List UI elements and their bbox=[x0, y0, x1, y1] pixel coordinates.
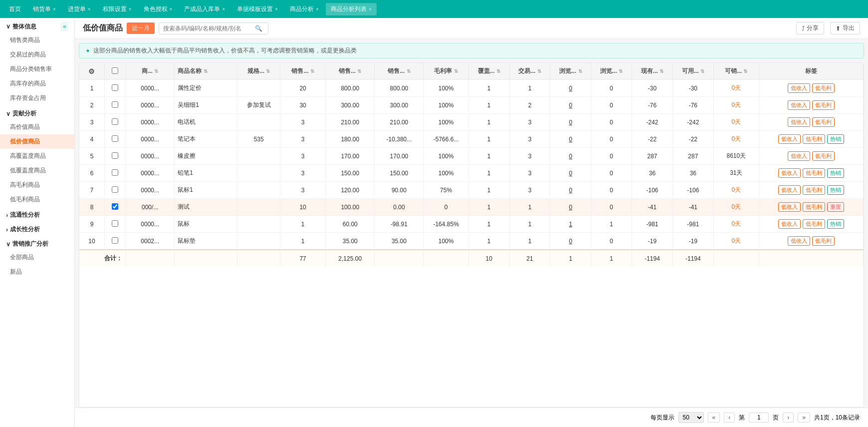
first-page-button[interactable]: « bbox=[708, 413, 720, 423]
search-input[interactable] bbox=[163, 25, 253, 32]
row-checkbox[interactable] bbox=[112, 186, 118, 193]
close-icon[interactable]: × bbox=[222, 6, 225, 12]
row-checkbox[interactable] bbox=[112, 152, 118, 159]
th-sale-amount[interactable]: 销售... ⇅ bbox=[375, 63, 424, 80]
row-checkbox-cell[interactable] bbox=[104, 165, 125, 182]
row-browse1[interactable]: 0 bbox=[550, 114, 591, 131]
close-icon[interactable]: × bbox=[53, 6, 56, 12]
sidebar-item-low-value[interactable]: 低价值商品 bbox=[0, 134, 74, 149]
tag[interactable]: 低收入 bbox=[788, 151, 810, 161]
nav-template[interactable]: 单据模板设置 × bbox=[232, 3, 283, 15]
settings-icon[interactable]: ⚙ bbox=[88, 67, 95, 75]
tag[interactable]: 低收入 bbox=[788, 236, 810, 246]
nav-sales-order[interactable]: 销货单 × bbox=[28, 3, 61, 15]
search-icon[interactable]: 🔍 bbox=[255, 25, 262, 32]
close-icon[interactable]: × bbox=[316, 6, 319, 12]
nav-production[interactable]: 产成品入库单 × bbox=[179, 3, 230, 15]
tag[interactable]: 低毛利 bbox=[803, 219, 825, 229]
sidebar-item-low-margin[interactable]: 低毛利商品 bbox=[0, 192, 74, 207]
sidebar-item-high-inventory[interactable]: 高库存的商品 bbox=[0, 76, 74, 91]
th-sale-price[interactable]: 销售... ⇅ bbox=[326, 63, 375, 80]
row-browse1[interactable]: 0 bbox=[550, 182, 591, 199]
last-page-button[interactable]: » bbox=[798, 413, 810, 423]
sidebar-item-category-sales[interactable]: 商品分类销售率 bbox=[0, 62, 74, 76]
th-name[interactable]: 商品名称 ⇅ bbox=[175, 63, 237, 80]
th-sale-qty[interactable]: 销售... ⇅ bbox=[280, 63, 325, 80]
tag[interactable]: 低毛利 bbox=[812, 83, 835, 93]
tag[interactable]: 热销 bbox=[827, 185, 844, 195]
sidebar-item-sales-goods[interactable]: 销售类商品 bbox=[0, 33, 74, 47]
tag[interactable]: 低收入 bbox=[778, 185, 801, 195]
th-code[interactable]: 商... ⇅ bbox=[126, 63, 175, 80]
row-browse1[interactable]: 0 bbox=[550, 80, 591, 97]
th-coverage[interactable]: 覆盖... ⇅ bbox=[468, 63, 509, 80]
sidebar-item-high-margin[interactable]: 高毛利商品 bbox=[0, 178, 74, 192]
close-icon[interactable]: × bbox=[129, 6, 132, 12]
th-checkbox[interactable] bbox=[104, 63, 125, 80]
th-spec[interactable]: 规格... ⇅ bbox=[237, 63, 280, 80]
sidebar-item-traded-goods[interactable]: 交易过的商品 bbox=[0, 47, 74, 62]
row-checkbox-cell[interactable] bbox=[104, 199, 125, 216]
th-stock[interactable]: 现有... ⇅ bbox=[632, 63, 673, 80]
tag[interactable]: 低收入 bbox=[778, 168, 801, 178]
th-browse2[interactable]: 浏览... ⇅ bbox=[591, 63, 632, 80]
nav-home[interactable]: 首页 bbox=[4, 3, 26, 15]
row-checkbox[interactable] bbox=[112, 135, 118, 142]
nav-permissions[interactable]: 权限设置 × bbox=[98, 3, 137, 15]
per-page-select[interactable]: 50 100 200 bbox=[678, 412, 704, 423]
sidebar-collapse-button[interactable]: « bbox=[61, 22, 68, 31]
tag[interactable]: 热销 bbox=[827, 219, 844, 229]
close-icon[interactable]: × bbox=[275, 6, 278, 12]
tag[interactable]: 低收入 bbox=[778, 134, 801, 144]
sidebar-item-inventory-capital[interactable]: 库存资金占用 bbox=[0, 91, 74, 105]
tag[interactable]: 低收入 bbox=[778, 219, 801, 229]
select-all-checkbox[interactable] bbox=[112, 67, 118, 74]
row-checkbox-cell[interactable] bbox=[104, 80, 125, 97]
row-checkbox-cell[interactable] bbox=[104, 148, 125, 165]
row-browse1[interactable]: 0 bbox=[550, 131, 591, 148]
row-browse1[interactable]: 0 bbox=[550, 199, 591, 216]
tag[interactable]: 低毛利 bbox=[812, 100, 835, 110]
tag[interactable]: 低收入 bbox=[788, 117, 810, 127]
sidebar-group-circulation[interactable]: › 流通性分析 bbox=[0, 207, 74, 221]
nav-role-auth[interactable]: 角色授权 × bbox=[139, 3, 178, 15]
nav-goods-analysis-list[interactable]: 商品分析列表 × bbox=[326, 3, 377, 15]
row-checkbox-cell[interactable] bbox=[104, 114, 125, 131]
sidebar-item-low-coverage[interactable]: 低覆盖度商品 bbox=[0, 163, 74, 178]
row-checkbox-cell[interactable] bbox=[104, 97, 125, 114]
th-available[interactable]: 可用... ⇅ bbox=[672, 63, 713, 80]
th-transaction[interactable]: 交易... ⇅ bbox=[509, 63, 550, 80]
row-checkbox[interactable] bbox=[112, 118, 118, 125]
prev-page-button[interactable]: ‹ bbox=[724, 413, 735, 423]
tag[interactable]: 重置 bbox=[827, 202, 844, 212]
row-checkbox-cell[interactable] bbox=[104, 216, 125, 233]
sidebar-group-contribution[interactable]: ∨ 贡献分析 bbox=[0, 105, 74, 120]
row-checkbox-cell[interactable] bbox=[104, 182, 125, 199]
tag[interactable]: 低毛利 bbox=[812, 117, 835, 127]
tag[interactable]: 热销 bbox=[827, 134, 844, 144]
filter-button[interactable]: 近一月 bbox=[127, 22, 155, 34]
tag[interactable]: 低毛利 bbox=[803, 168, 825, 178]
tag[interactable]: 低毛利 bbox=[812, 236, 835, 246]
th-margin[interactable]: 毛利率 ⇅ bbox=[424, 63, 468, 80]
th-browse1[interactable]: 浏览... ⇅ bbox=[550, 63, 591, 80]
sidebar-item-new-goods[interactable]: 新品 bbox=[0, 265, 74, 279]
row-checkbox[interactable] bbox=[112, 203, 118, 210]
row-browse1[interactable]: 0 bbox=[550, 148, 591, 165]
tag[interactable]: 低收入 bbox=[788, 83, 810, 93]
row-checkbox[interactable] bbox=[112, 220, 118, 227]
tag[interactable]: 低收入 bbox=[778, 202, 801, 212]
row-browse1[interactable]: 1 bbox=[550, 216, 591, 233]
sidebar-group-growth[interactable]: › 成长性分析 bbox=[0, 221, 74, 236]
sidebar-group-marketing[interactable]: ∨ 营销推广分析 bbox=[0, 236, 74, 250]
tag[interactable]: 热销 bbox=[827, 168, 844, 178]
page-number-input[interactable] bbox=[749, 413, 769, 423]
tag[interactable]: 低收入 bbox=[788, 100, 810, 110]
row-checkbox[interactable] bbox=[112, 84, 118, 91]
tag[interactable]: 低毛利 bbox=[812, 151, 835, 161]
row-checkbox[interactable] bbox=[112, 169, 118, 176]
row-checkbox-cell[interactable] bbox=[104, 131, 125, 148]
th-settings[interactable]: ⚙ bbox=[79, 63, 104, 80]
nav-purchase-order[interactable]: 进货单 × bbox=[63, 3, 96, 15]
sidebar-item-high-value[interactable]: 高价值商品 bbox=[0, 120, 74, 134]
